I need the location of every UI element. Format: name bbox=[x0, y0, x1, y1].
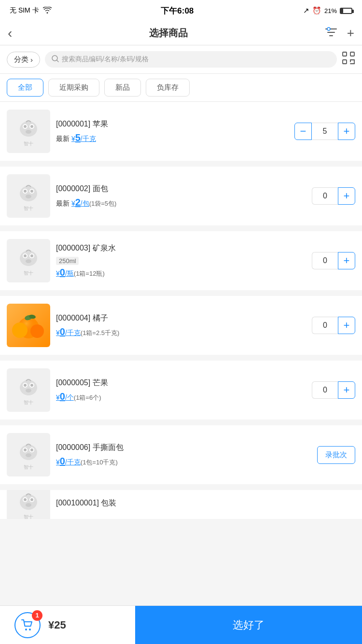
status-indicators: ↗ ⏰ 21% bbox=[303, 6, 352, 15]
product-image: 智十 bbox=[7, 368, 50, 412]
price-prefix: 最新 bbox=[56, 135, 70, 142]
search-icon bbox=[52, 55, 59, 64]
price-symbol: ¥ bbox=[71, 135, 75, 142]
svg-point-24 bbox=[26, 195, 31, 198]
carrier-text: 无 SIM 卡 bbox=[10, 6, 39, 15]
batch-button[interactable]: 录批次 bbox=[317, 446, 355, 464]
page-title: 选择商品 bbox=[149, 27, 188, 40]
qty-controls: − + bbox=[294, 123, 355, 140]
product-spec: 250ml bbox=[56, 257, 79, 265]
owl-logo: 智十 bbox=[16, 439, 41, 471]
cart-badge: 1 bbox=[32, 610, 42, 621]
status-time: 下午6:08 bbox=[161, 5, 194, 16]
product-name: [000100001] 包装 bbox=[56, 498, 355, 508]
product-info: [0000005] 芒果 ¥0/个(1箱=6个) bbox=[56, 378, 306, 402]
category-arrow: › bbox=[30, 56, 33, 64]
back-button[interactable]: ‹ bbox=[8, 26, 12, 41]
price-symbol: ¥ bbox=[56, 329, 60, 336]
product-price: ¥0/千克(1包=10千克) bbox=[56, 456, 311, 467]
tab-bar: 全部 近期采购 新品 负库存 bbox=[0, 74, 362, 102]
qty-input[interactable] bbox=[312, 381, 338, 399]
qty-input[interactable] bbox=[312, 317, 338, 334]
product-image: 智十 bbox=[7, 490, 50, 519]
svg-point-42 bbox=[26, 389, 31, 392]
qty-input[interactable] bbox=[312, 252, 338, 269]
product-price: 最新 ¥5/千克 bbox=[56, 132, 289, 143]
qty-plus-button[interactable]: + bbox=[338, 123, 355, 140]
price-suffix: (1包=10千克) bbox=[81, 459, 118, 466]
product-price: 最新 ¥2/包(1袋=5包) bbox=[56, 197, 306, 208]
svg-point-40 bbox=[24, 384, 27, 387]
tab-recent[interactable]: 近期采购 bbox=[48, 79, 99, 97]
wifi-icon bbox=[43, 7, 52, 15]
product-info: [0000004] 橘子 ¥0/千克(1箱=2.5千克) bbox=[56, 313, 306, 337]
qty-plus-button[interactable]: + bbox=[338, 381, 355, 399]
tab-negative[interactable]: 负库存 bbox=[146, 79, 190, 97]
category-button[interactable]: 分类 › bbox=[7, 52, 40, 68]
scan-icon[interactable] bbox=[342, 51, 355, 68]
filter-icon[interactable] bbox=[325, 27, 337, 40]
status-carrier: 无 SIM 卡 bbox=[10, 6, 52, 15]
qty-input[interactable] bbox=[312, 187, 338, 205]
qty-plus-button[interactable]: + bbox=[338, 187, 355, 205]
bottom-bar: 1 ¥25 选好了 bbox=[0, 605, 362, 644]
search-placeholder: 搜索商品编码/名称/条码/规格 bbox=[62, 55, 149, 64]
product-info: [000100001] 包装 bbox=[56, 498, 355, 511]
confirm-button[interactable]: 选好了 bbox=[135, 606, 362, 644]
qty-controls: + bbox=[312, 381, 355, 399]
category-label: 分类 bbox=[14, 55, 28, 64]
qty-plus-button[interactable]: + bbox=[338, 317, 355, 334]
svg-point-55 bbox=[25, 629, 27, 630]
svg-point-34 bbox=[30, 324, 44, 338]
qty-controls: + bbox=[312, 187, 355, 205]
price-suffix: (1袋=5包) bbox=[89, 200, 117, 207]
tab-new[interactable]: 新品 bbox=[104, 79, 141, 97]
battery-icon bbox=[340, 8, 352, 14]
product-name: [0000006] 手撕面包 bbox=[56, 443, 311, 453]
qty-minus-button[interactable]: − bbox=[294, 123, 312, 140]
qty-input[interactable] bbox=[312, 123, 338, 140]
price-prefix: 最新 bbox=[56, 199, 70, 207]
price-amount: 2 bbox=[75, 197, 81, 208]
product-image: 智十 bbox=[7, 110, 50, 153]
product-price: ¥0/千克(1箱=2.5千克) bbox=[56, 326, 306, 337]
svg-point-30 bbox=[26, 259, 31, 263]
product-info: [0000001] 苹果 最新 ¥5/千克 bbox=[56, 119, 289, 143]
cart-icon-button[interactable]: 1 bbox=[14, 612, 41, 638]
add-icon[interactable]: + bbox=[347, 26, 354, 41]
svg-point-48 bbox=[26, 453, 31, 457]
product-price: ¥0/瓶(1箱=12瓶) bbox=[56, 267, 306, 278]
qty-plus-button[interactable]: + bbox=[338, 252, 355, 269]
list-item: 智十 [0000002] 面包 最新 ¥2/包(1袋=5包) + bbox=[0, 167, 362, 225]
svg-line-5 bbox=[57, 60, 59, 62]
product-price: ¥0/个(1箱=6个) bbox=[56, 391, 306, 402]
qty-controls: + bbox=[312, 252, 355, 269]
owl-logo: 智十 bbox=[16, 374, 41, 406]
product-list: 智十 [0000001] 苹果 最新 ¥5/千克 − + bbox=[0, 102, 362, 563]
nav-actions: + bbox=[325, 26, 354, 41]
battery-percent: 21% bbox=[324, 7, 337, 14]
list-item: [0000004] 橘子 ¥0/千克(1箱=2.5千克) + bbox=[0, 296, 362, 355]
product-image: 智十 bbox=[7, 174, 50, 218]
nav-bar: ‹ 选择商品 + bbox=[0, 21, 362, 45]
list-item: 智十 [0000005] 芒果 ¥0/个(1箱=6个) + bbox=[0, 361, 362, 420]
search-box[interactable]: 搜索商品编码/名称/条码/规格 bbox=[45, 51, 337, 68]
tab-all[interactable]: 全部 bbox=[7, 79, 43, 97]
product-name: [0000001] 苹果 bbox=[56, 119, 289, 129]
product-name: [0000002] 面包 bbox=[56, 184, 306, 194]
svg-point-53 bbox=[30, 498, 33, 501]
price-suffix: (1箱=2.5千克) bbox=[81, 329, 120, 336]
owl-logo: 智十 bbox=[16, 245, 41, 277]
list-item: 智十 [0000001] 苹果 最新 ¥5/千克 − + bbox=[0, 102, 362, 161]
svg-point-49 bbox=[20, 494, 37, 510]
product-name: [0000003] 矿泉水 bbox=[56, 243, 306, 253]
owl-logo: 智十 bbox=[16, 180, 41, 212]
svg-point-19 bbox=[20, 186, 37, 201]
svg-point-33 bbox=[12, 322, 28, 338]
location-icon: ↗ bbox=[303, 6, 309, 15]
cart-total: ¥25 bbox=[48, 619, 66, 631]
price-unit: /千克 bbox=[65, 458, 81, 466]
svg-point-56 bbox=[29, 629, 31, 630]
svg-point-47 bbox=[30, 448, 33, 451]
svg-point-54 bbox=[26, 503, 31, 507]
